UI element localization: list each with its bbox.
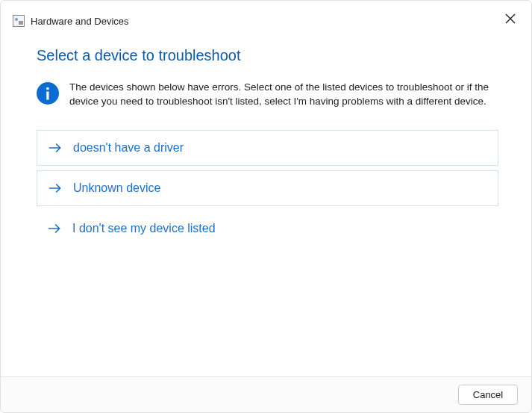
window-title: Hardware and Devices xyxy=(31,16,129,27)
svg-rect-4 xyxy=(46,92,48,100)
arrow-right-icon xyxy=(48,140,63,155)
arrow-right-icon xyxy=(48,181,63,196)
device-option-no-driver[interactable]: doesn't have a driver xyxy=(37,130,498,166)
troubleshooter-icon xyxy=(13,15,25,27)
close-button[interactable] xyxy=(498,7,522,31)
info-text: The devices shown below have errors. Sel… xyxy=(69,81,498,109)
svg-rect-3 xyxy=(46,87,48,90)
info-icon xyxy=(37,82,59,105)
info-row: The devices shown below have errors. Sel… xyxy=(37,81,498,109)
titlebar: Hardware and Devices xyxy=(1,1,531,38)
page-heading: Select a device to troubleshoot xyxy=(37,47,498,64)
content-area: Select a device to troubleshoot The devi… xyxy=(1,38,531,258)
arrow-right-icon xyxy=(47,221,62,236)
device-option-unknown[interactable]: Unknown device xyxy=(37,170,498,206)
option-label: I don't see my device listed xyxy=(72,222,216,235)
close-icon xyxy=(505,13,516,24)
titlebar-left: Hardware and Devices xyxy=(13,15,129,27)
device-option-not-listed[interactable]: I don't see my device listed xyxy=(37,214,498,243)
cancel-button[interactable]: Cancel xyxy=(458,385,518,405)
option-label: Unknown device xyxy=(73,181,160,195)
option-label: doesn't have a driver xyxy=(73,141,184,155)
footer: Cancel xyxy=(1,376,531,412)
option-list: doesn't have a driver Unknown device I d… xyxy=(37,130,498,243)
